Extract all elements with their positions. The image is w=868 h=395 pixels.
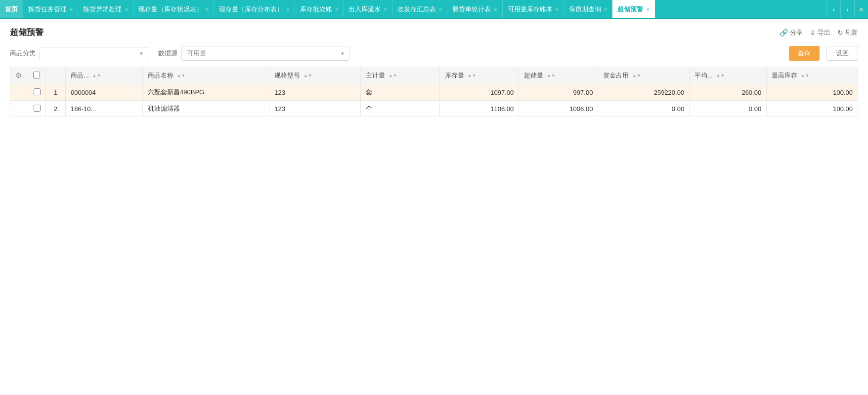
nav-item-batch[interactable]: 库存批次账 ×	[295, 0, 344, 19]
nav-label-inventory-dist: 现存量（库存分布表）	[219, 5, 283, 14]
close-icon-batch[interactable]: ×	[335, 6, 338, 12]
sort-icon-spec: ▲▼	[304, 74, 312, 78]
sort-icon-max-stock: ▲▼	[801, 74, 810, 78]
row-overstock: 997.00	[519, 84, 598, 101]
data-table: ⚙ 商品... ▲▼ 商品名称 ▲▼ 规格型号 ▲▼	[10, 67, 858, 117]
page-header: 超储预警 🔗 分享 ⇓ 导出 ↻ 刷新	[10, 27, 858, 38]
row-checkbox-cell[interactable]	[28, 84, 46, 101]
th-checkbox	[28, 67, 46, 84]
share-button[interactable]: 🔗 分享	[780, 28, 803, 37]
gear-icon[interactable]: ⚙	[15, 71, 22, 79]
th-max-stock[interactable]: 最高库存 ▲▼	[767, 67, 858, 84]
nav-label-batch: 库存批次账	[300, 5, 332, 14]
nav-item-home[interactable]: 首页	[0, 0, 23, 19]
close-icon-inout[interactable]: ×	[384, 6, 387, 12]
th-capital[interactable]: 资金占用 ▲▼	[598, 67, 690, 84]
row-capital: 259220.00	[598, 84, 690, 101]
nav-item-quality[interactable]: 保质期查询 ×	[564, 0, 612, 19]
row-product-name: 机油滤清器	[143, 101, 269, 117]
row-avg: 0.00	[690, 101, 767, 117]
nav-arrows: ‹ › ×	[826, 0, 868, 19]
refresh-button[interactable]: ↻ 刷新	[837, 28, 858, 37]
nav-item-avail-account[interactable]: 可用量库存账本 ×	[503, 0, 564, 19]
export-button[interactable]: ⇓ 导出	[810, 28, 830, 37]
datasource-chevron-icon: ▾	[341, 50, 344, 57]
settings-button[interactable]: 设置	[826, 46, 858, 61]
nav-label-inventory-status: 现存量（库存状况表）	[138, 5, 203, 14]
nav-label-quality: 保质期查询	[569, 5, 601, 14]
close-icon-task[interactable]: ×	[70, 6, 73, 12]
row-capital: 0.00	[598, 101, 690, 117]
row-number: 1	[46, 84, 66, 101]
nav-item-task[interactable]: 拣货任务管理 ×	[23, 0, 78, 19]
nav-item-inout[interactable]: 出入库流水 ×	[344, 0, 392, 19]
refresh-label: 刷新	[845, 28, 858, 37]
nav-label-avail-account: 可用量库存账本	[508, 5, 553, 14]
export-label: 导出	[818, 28, 830, 37]
category-select[interactable]: ▾	[40, 47, 148, 60]
row-settings-cell	[10, 101, 28, 117]
row-product-code: 186-10...	[66, 101, 143, 117]
row-stock: 1097.00	[440, 84, 519, 101]
header-actions: 🔗 分享 ⇓ 导出 ↻ 刷新	[780, 28, 858, 37]
nav-arrow-close[interactable]: ×	[854, 0, 868, 19]
nav-item-collect[interactable]: 收发存汇总表 ×	[392, 0, 447, 19]
th-settings[interactable]: ⚙	[10, 67, 28, 84]
nav-item-inventory-dist[interactable]: 现存量（库存分布表） ×	[214, 0, 295, 19]
close-icon-quality[interactable]: ×	[604, 6, 607, 12]
close-icon-avail-account[interactable]: ×	[556, 6, 559, 12]
close-icon-overstock[interactable]: ×	[646, 6, 649, 12]
close-icon-collect[interactable]: ×	[439, 6, 442, 12]
row-settings-cell	[10, 84, 28, 101]
th-product-name[interactable]: 商品名称 ▲▼	[143, 67, 269, 84]
th-unit[interactable]: 主计量 ▲▼	[361, 67, 440, 84]
select-all-checkbox[interactable]	[33, 72, 40, 79]
row-checkbox[interactable]	[34, 88, 41, 95]
row-checkbox-cell[interactable]	[28, 101, 46, 117]
th-product-code[interactable]: 商品... ▲▼	[66, 67, 143, 84]
row-spec: 123	[269, 84, 361, 101]
query-button[interactable]: 查询	[789, 46, 820, 61]
nav-arrow-left[interactable]: ‹	[826, 0, 840, 19]
share-label: 分享	[790, 28, 803, 37]
nav-label-overstock: 超储预警	[617, 5, 643, 14]
row-unit: 个	[361, 101, 440, 117]
close-icon-inventory-status[interactable]: ×	[206, 6, 209, 12]
close-icon-inventory-dist[interactable]: ×	[286, 6, 289, 12]
category-label: 商品分类	[10, 49, 36, 58]
sort-icon-avg: ▲▼	[716, 74, 725, 78]
nav-item-abnormal[interactable]: 拣货异常处理 ×	[78, 0, 133, 19]
nav-label-task: 拣货任务管理	[28, 5, 67, 14]
nav-item-inventory-status[interactable]: 现存量（库存状况表） ×	[133, 0, 214, 19]
sort-icon-capital: ▲▼	[632, 74, 641, 78]
category-filter-group: 商品分类 ▾	[10, 47, 148, 60]
nav-label-home: 首页	[5, 5, 18, 14]
share-icon: 🔗	[780, 29, 788, 37]
th-row-num	[46, 67, 66, 84]
nav-item-overstock[interactable]: 超储预警 ×	[612, 0, 654, 19]
row-product-code: 0000004	[66, 84, 143, 101]
row-number: 2	[46, 101, 66, 117]
th-spec[interactable]: 规格型号 ▲▼	[269, 67, 361, 84]
category-chevron-icon: ▾	[140, 50, 143, 57]
th-overstock[interactable]: 超储量 ▲▼	[519, 67, 598, 84]
filter-buttons: 查询 设置	[789, 46, 858, 61]
row-max-stock: 100.00	[767, 84, 858, 101]
export-icon: ⇓	[810, 29, 816, 37]
row-spec: 123	[269, 101, 361, 117]
datasource-label: 数据源	[158, 49, 177, 58]
datasource-select[interactable]: 可用量 ▾	[181, 46, 349, 61]
row-avg: 260.00	[690, 84, 767, 101]
close-icon-abnormal[interactable]: ×	[125, 6, 128, 12]
nav-item-order-stat[interactable]: 要货单统计表 ×	[447, 0, 502, 19]
th-avg[interactable]: 平均... ▲▼	[690, 67, 767, 84]
nav-label-collect: 收发存汇总表	[397, 5, 436, 14]
row-overstock: 1006.00	[519, 101, 598, 117]
sort-icon-product-code: ▲▼	[92, 74, 101, 78]
row-checkbox[interactable]	[34, 105, 41, 112]
close-icon-order-stat[interactable]: ×	[494, 6, 497, 12]
th-stock[interactable]: 库存量 ▲▼	[440, 67, 519, 84]
table-row: 2 186-10... 机油滤清器 123 个 1106.00 1006.00 …	[10, 101, 858, 117]
row-unit: 套	[361, 84, 440, 101]
nav-arrow-right[interactable]: ›	[840, 0, 854, 19]
